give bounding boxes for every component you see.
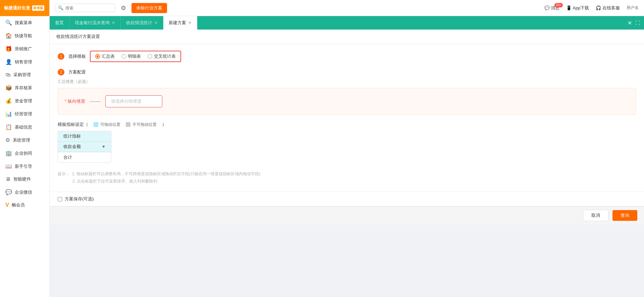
radio-dot-detail xyxy=(121,54,126,59)
tabbar-actions: ✕ ⛶ xyxy=(628,20,644,26)
radio-summary[interactable]: 汇总表 xyxy=(95,53,115,59)
radio-detail-label: 明细表 xyxy=(128,53,141,59)
sidebar-item-member[interactable]: V 畅会员 xyxy=(0,199,49,211)
settings-icon[interactable]: ⚙ xyxy=(121,4,126,12)
search-input[interactable] xyxy=(65,6,109,10)
step1-badge: 1 xyxy=(58,53,64,60)
indicator-section-title: 模板指标设定（ xyxy=(58,121,88,128)
tip-text-2: 2. 点击标题栏下拉可设置排序、插入列和删除列 xyxy=(58,178,636,185)
sidebar-item-label: 库存核算 xyxy=(15,85,32,91)
bell-icon: 💬 xyxy=(544,5,550,10)
indicator-table: 统计指标 收款金额 ▼ 合计 xyxy=(58,131,111,163)
sidebar-item-purchase[interactable]: 🛍 采购管理 xyxy=(0,68,49,81)
close-icon[interactable]: ✕ xyxy=(154,20,158,25)
sidebar-item-label: 企业微信 xyxy=(15,189,32,195)
search-icon: 🔍 xyxy=(58,5,63,10)
sidebar-item-smart-hw[interactable]: 🖥 智能硬件 xyxy=(0,173,49,186)
sidebar-item-marketing[interactable]: 🎁 营销推广 xyxy=(0,42,49,55)
sidebar-item-finance[interactable]: 💰 资金管理 xyxy=(0,94,49,107)
sidebar-item-wechat[interactable]: 💬 企业微信 xyxy=(0,186,49,199)
tab-collection-stats[interactable]: 收款情况统计 ✕ xyxy=(121,16,163,30)
tabbar: 首页 现金银行流水查询 ✕ 收款情况统计 ✕ 新建方案 ✕ ✕ ⛶ xyxy=(50,16,644,30)
window-maximize-icon[interactable]: ⛶ xyxy=(635,20,640,26)
breadcrumb-text: 收款情况统计方案设置 xyxy=(56,34,100,39)
search-box[interactable]: 🔍 xyxy=(55,4,115,12)
window-close-icon[interactable]: ✕ xyxy=(628,20,632,26)
close-icon[interactable]: ✕ xyxy=(188,20,192,25)
tab-bank-flow[interactable]: 现金银行流水查询 ✕ xyxy=(69,16,121,30)
chat-icon: 💬 xyxy=(5,189,12,195)
sidebar-item-sales[interactable]: 👤 销售管理 xyxy=(0,55,49,68)
user-icon: 👤 xyxy=(5,59,12,65)
arrow-icon: —— xyxy=(90,98,101,104)
sidebar-item-enterprise[interactable]: 🏢 企业协同 xyxy=(0,147,49,160)
form-area: 1 选择模板 汇总表 明细表 交叉统计表 xyxy=(50,44,644,192)
sidebar-item-basic-info[interactable]: 📋 基础信息 xyxy=(0,120,49,134)
page-breadcrumb: 收款情况统计方案设置 xyxy=(50,30,644,44)
box-icon: 📦 xyxy=(5,85,12,91)
tab-new-scheme[interactable]: 新建方案 ✕ xyxy=(163,16,197,30)
template-radio-group: 汇总表 明细表 交叉统计表 xyxy=(90,51,181,62)
indicator-section: 模板指标设定（ 可拖动位置 不可拖动位置 ） 统计指标 xyxy=(58,121,636,164)
chart-icon: 📊 xyxy=(5,111,12,117)
sidebar-item-label: 新手引导 xyxy=(15,163,32,169)
notify-bell[interactable]: 💬 消息 99+ xyxy=(544,5,560,11)
industry-btn[interactable]: 体验行业方案 xyxy=(131,3,167,13)
tab-collection-stats-label: 收款情况统计 xyxy=(126,20,152,26)
cancel-button[interactable]: 取消 xyxy=(583,210,608,221)
sidebar-item-label: 销售管理 xyxy=(15,59,32,65)
tip-text: 提示： 1. 拖动标题栏可以调整布局，不可跨维度或指标区域拖动栏目字段(只能在同… xyxy=(58,170,636,178)
sidebar-item-inventory[interactable]: 📦 库存核算 xyxy=(0,81,49,94)
bag-icon: 🛍 xyxy=(5,72,11,78)
sidebar-item-system[interactable]: ⚙ 系统管理 xyxy=(0,134,49,147)
indicator-col-payment[interactable]: 收款金额 ▼ xyxy=(58,142,111,152)
dimension-placeholder: 请选择分组维度 xyxy=(111,98,142,104)
tab-home[interactable]: 首页 xyxy=(50,16,69,30)
sidebar-item-quick-nav[interactable]: 🏠 快捷导航 xyxy=(0,29,49,42)
query-button[interactable]: 查询 xyxy=(612,210,637,221)
vertical-dim-label: * 纵向维度 xyxy=(65,98,85,104)
app-download[interactable]: 📱 App下载 xyxy=(566,5,589,11)
radio-cross-label: 交叉统计表 xyxy=(154,53,176,59)
radio-dot-cross xyxy=(148,54,152,59)
sidebar-item-label: 智能硬件 xyxy=(13,176,31,182)
step1-row: 1 选择模板 汇总表 明细表 交叉统计表 xyxy=(58,51,636,62)
user-name: 用户名 xyxy=(627,5,639,11)
logo-badge: 标准版 xyxy=(32,5,44,11)
legend-non-drag: 不可拖动位置 xyxy=(126,122,157,128)
indicator-col-total: 合计 xyxy=(58,152,111,162)
gear-icon: ⚙ xyxy=(5,137,10,143)
home-icon: 🏠 xyxy=(5,33,12,39)
sidebar-item-label: 畅会员 xyxy=(12,202,25,208)
non-drag-legend-box xyxy=(126,122,130,127)
sidebar-item-label: 经营管理 xyxy=(15,111,32,117)
radio-detail[interactable]: 明细表 xyxy=(121,53,141,59)
online-service[interactable]: 🎧 在线客服 xyxy=(596,5,620,11)
footer-bar: 取消 查询 xyxy=(50,206,644,225)
sidebar-item-label: 搜索菜单 xyxy=(15,20,32,26)
dimension-select[interactable]: 请选择分组维度 xyxy=(105,95,162,107)
topbar: 🔍 ⚙ 体验行业方案 💬 消息 99+ 📱 App下载 🎧 在线客服 用户名 xyxy=(50,0,644,16)
sidebar-item-search-menu[interactable]: 🔍 搜索菜单 xyxy=(0,16,49,29)
tab-bank-flow-label: 现金银行流水查询 xyxy=(75,20,110,26)
sidebar-item-label: 资金管理 xyxy=(15,98,32,104)
tips-area: 提示： 1. 拖动标题栏可以调整布局，不可跨维度或指标区域拖动栏目字段(只能在同… xyxy=(58,170,636,185)
content-area: 收款情况统计方案设置 1 选择模板 汇总表 明细表 xyxy=(50,30,644,297)
legend-draggable: 可拖动位置 xyxy=(94,122,120,128)
radio-dot-summary xyxy=(95,54,100,59)
save-checkbox[interactable] xyxy=(58,197,62,201)
sidebar-item-label: 采购管理 xyxy=(13,72,31,78)
sidebar-item-newbie[interactable]: 📖 新手引导 xyxy=(0,160,49,173)
save-label: 方案保存(可选) xyxy=(65,196,94,202)
headset-icon: 🎧 xyxy=(596,5,601,10)
sidebar-item-operation[interactable]: 📊 经营管理 xyxy=(0,107,49,120)
close-icon[interactable]: ✕ xyxy=(112,20,115,25)
dimension-area: * 纵向维度 —— 请选择分组维度 xyxy=(58,88,636,115)
topbar-right: 💬 消息 99+ 📱 App下载 🎧 在线客服 用户名 xyxy=(544,5,639,11)
indicator-close-paren: ） xyxy=(162,121,166,128)
chevron-down-icon[interactable]: ▼ xyxy=(102,144,106,149)
draggable-legend-box xyxy=(94,122,98,127)
radio-cross[interactable]: 交叉统计表 xyxy=(148,53,176,59)
logo: 畅捷通好生意 标准版 xyxy=(0,0,49,16)
indicator-table-header[interactable]: 统计指标 xyxy=(58,131,111,142)
